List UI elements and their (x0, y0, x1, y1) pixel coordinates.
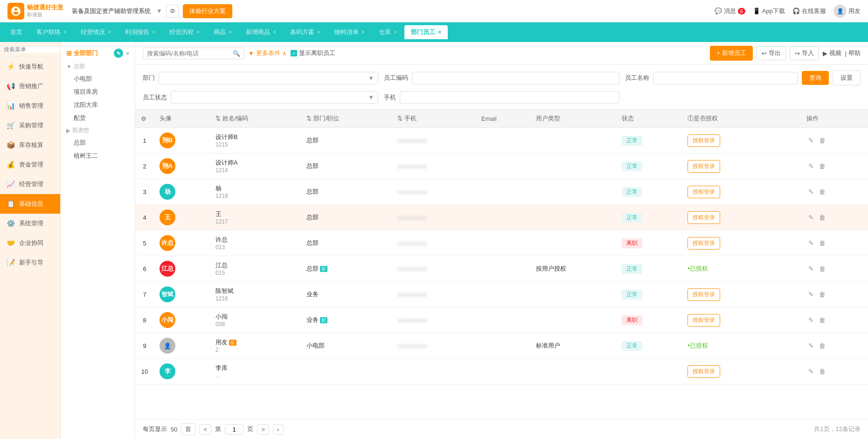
tab-add-goods[interactable]: 新增商品× (239, 25, 283, 39)
edit-btn[interactable]: ✎ (806, 136, 816, 145)
auth-login-btn[interactable]: 授权登录 (687, 160, 720, 173)
dept-child-xdb[interactable]: 小电部 (61, 72, 135, 85)
filter-emp-status-select[interactable]: ▼ (171, 91, 378, 104)
tab-operation-close[interactable]: × (108, 29, 111, 35)
auth-login-btn[interactable]: 授权登录 (687, 211, 720, 224)
delete-btn[interactable]: 🗑 (817, 161, 827, 171)
sidebar-item-purchase[interactable]: 🛒 采购管理 (0, 116, 60, 135)
tab-customer[interactable]: 客户联络× (30, 25, 73, 39)
filter-dept-select[interactable]: ▼ (159, 72, 378, 84)
edit-btn[interactable]: ✎ (806, 315, 816, 325)
dept-child-sydl[interactable]: 沈阳大库 (61, 98, 135, 111)
show-resign-wrap[interactable]: ✓ 显示离职员工 (291, 49, 335, 57)
tab-dept-staff[interactable]: 部门员工× (404, 25, 448, 39)
search-input[interactable] (147, 50, 231, 57)
tab-home[interactable]: 首页 (4, 25, 29, 39)
auth-login-btn[interactable]: 授权登录 (687, 314, 720, 327)
sidebar-item-system[interactable]: ⚙️ 系统管理 (0, 214, 60, 233)
edit-btn[interactable]: ✎ (806, 161, 816, 171)
delete-btn[interactable]: 🗑 (817, 367, 827, 376)
delete-btn[interactable]: 🗑 (817, 315, 827, 325)
delete-btn[interactable]: 🗑 (817, 213, 827, 222)
delete-btn[interactable]: 🗑 (817, 136, 827, 145)
dept-child-zswz[interactable]: 植树王二 (61, 149, 135, 162)
tab-profit[interactable]: 利润报告× (118, 25, 162, 39)
edit-btn[interactable]: ✎ (806, 341, 816, 350)
col-name-code[interactable]: ⇅ 姓名/编码 (210, 110, 301, 128)
filter-emp-code-input[interactable] (412, 72, 619, 84)
auth-login-btn[interactable]: 授权登录 (687, 186, 720, 198)
auth-login-btn[interactable]: 授权登录 (687, 134, 720, 147)
edit-btn[interactable]: ✎ (806, 264, 816, 273)
tab-warehouse[interactable]: 仓库× (372, 25, 403, 39)
last-page-btn[interactable]: › (273, 424, 283, 435)
trial-button[interactable]: 体验行业方案 (183, 4, 232, 18)
sidebar-item-finance[interactable]: 💰 资金管理 (0, 155, 60, 174)
sidebar-item-quick-nav[interactable]: ⚡ 快速导航 (0, 57, 60, 77)
tab-customer-close[interactable]: × (63, 29, 67, 35)
auth-login-btn[interactable]: 授权登录 (687, 237, 720, 250)
tab-profit-close[interactable]: × (152, 29, 155, 35)
edit-btn[interactable]: ✎ (806, 213, 816, 222)
edit-btn[interactable]: ✎ (806, 238, 816, 248)
add-employee-button[interactable]: + 新增员工 (710, 46, 752, 61)
sidebar-item-inventory[interactable]: 📦 库存核算 (0, 135, 60, 155)
sidebar-item-marketing[interactable]: 📢 营销推广 (0, 77, 60, 96)
page-input[interactable] (225, 424, 243, 435)
delete-btn[interactable]: 🗑 (817, 264, 827, 273)
tab-operation[interactable]: 经营情况× (74, 25, 118, 39)
help-button[interactable]: | 帮助 (845, 49, 861, 57)
tab-dept-staff-close[interactable]: × (438, 29, 441, 35)
filter-phone-input[interactable] (400, 91, 619, 104)
col-dept-pos[interactable]: ⇅ 部门/职位 (301, 110, 392, 128)
prev-page-btn[interactable]: < (199, 424, 211, 435)
tab-history[interactable]: 经营历程× (163, 25, 206, 39)
auth-login-btn[interactable]: 授权登录 (687, 365, 720, 378)
set-button[interactable]: 设置 (833, 70, 861, 85)
col-phone[interactable]: ⇅ 手机 (392, 110, 476, 128)
import-button[interactable]: ↪ 导入 (790, 46, 819, 60)
export-button[interactable]: ↩ 导出 (757, 46, 786, 60)
sidebar-search-input[interactable] (4, 46, 61, 53)
more-filters-btn[interactable]: ▼ 更多条件 ∧ (248, 49, 287, 57)
query-button[interactable]: 查询 (802, 71, 829, 85)
sidebar-item-sales[interactable]: 📊 销售管理 (0, 96, 60, 116)
first-page-btn[interactable]: 首 (181, 423, 195, 435)
sidebar-item-collab[interactable]: 🤝 企业协同 (0, 233, 60, 253)
tab-bom-close[interactable]: × (361, 29, 365, 35)
tab-add-goods-close[interactable]: × (273, 29, 276, 35)
tab-bom[interactable]: 物料清单× (328, 25, 371, 39)
auth-login-btn[interactable]: 授权登录 (687, 288, 720, 301)
show-resign-checkbox[interactable]: ✓ (291, 50, 297, 56)
delete-btn[interactable]: 🗑 (817, 290, 827, 299)
view-button[interactable]: ▶ 视频 (823, 49, 841, 57)
tab-barcode-close[interactable]: × (317, 29, 320, 35)
sidebar-item-basic-info[interactable]: 📋 基础信息 (0, 194, 60, 214)
app-download-button[interactable]: 📱 App下载 (753, 7, 785, 15)
sidebar-item-operations[interactable]: 📈 经营管理 (0, 174, 60, 194)
edit-btn[interactable]: ✎ (806, 187, 816, 196)
dept-child-ph[interactable]: 配货 (61, 111, 135, 125)
online-service-button[interactable]: 🎧 在线客服 (792, 7, 826, 15)
message-button[interactable]: 💬 消息 6 (715, 7, 745, 15)
dept-group-shx[interactable]: ▶ 双虎想 (61, 125, 135, 136)
delete-btn[interactable]: 🗑 (817, 341, 827, 350)
title-dropdown-icon[interactable]: ▼ (156, 7, 162, 14)
dept-tree-edit-btn[interactable]: ✎ (114, 49, 123, 58)
tab-barcode[interactable]: 条码方案× (284, 25, 327, 39)
dept-tree-collapse-btn[interactable]: « (126, 50, 129, 56)
edit-btn[interactable]: ✎ (806, 290, 816, 299)
delete-btn[interactable]: 🗑 (817, 187, 827, 196)
tab-goods-close[interactable]: × (229, 29, 232, 35)
next-page-btn[interactable]: > (257, 424, 269, 435)
tab-history-close[interactable]: × (196, 29, 200, 35)
sidebar-item-guide[interactable]: 📝 新手引导 (0, 253, 60, 272)
user-menu[interactable]: 👤 用友 (833, 5, 861, 18)
dept-child-xmkf[interactable]: 项目库房 (61, 85, 135, 98)
filter-emp-name-input[interactable] (653, 72, 798, 84)
dept-group-total[interactable]: ▼ 总部 (61, 61, 135, 72)
edit-btn[interactable]: ✎ (806, 367, 816, 376)
tab-warehouse-close[interactable]: × (394, 29, 397, 35)
dept-child-zb[interactable]: 总部 (61, 136, 135, 149)
tab-goods[interactable]: 商品× (207, 25, 238, 39)
